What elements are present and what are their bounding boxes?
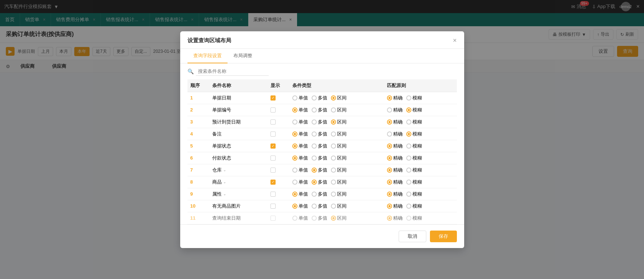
dialog-title: 设置查询区域布局 (187, 37, 231, 44)
tab-field-settings[interactable]: 查询字段设置 (187, 49, 228, 63)
search-icon: 🔍 (187, 68, 194, 73)
search-input[interactable] (196, 67, 269, 73)
dialog-header: 设置查询区域布局 × (180, 31, 464, 49)
settings-dialog: 设置查询区域布局 × 查询字段设置 布局调整 🔍 顺序 条件名称 显示 条件类型 (180, 31, 464, 73)
dialog-overlay: 设置查询区域布局 × 查询字段设置 布局调整 🔍 顺序 条件名称 显示 条件类型 (0, 0, 644, 73)
dialog-close-btn[interactable]: × (453, 37, 457, 44)
tab-layout-adjust[interactable]: 布局调整 (228, 49, 258, 63)
search-box: 🔍 (180, 63, 464, 73)
dialog-tabs: 查询字段设置 布局调整 (180, 49, 464, 63)
